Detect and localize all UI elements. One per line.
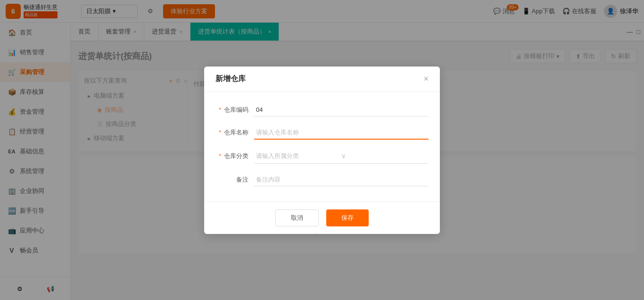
warehouse-category-select[interactable]: 请输入所属分类 ∨ — [254, 149, 429, 164]
warehouse-code-label: * 仓库编码 — [215, 106, 248, 114]
modal-close-button[interactable]: × — [423, 74, 429, 84]
warehouse-name-input[interactable] — [254, 126, 429, 140]
warehouse-code-row: * 仓库编码 — [215, 103, 429, 117]
warehouse-note-input[interactable] — [254, 173, 429, 186]
warehouse-category-label: * 仓库分类 — [215, 152, 248, 160]
save-button[interactable]: 保存 — [326, 209, 369, 226]
category-dropdown-icon: ∨ — [341, 152, 427, 159]
warehouse-category-row: * 仓库分类 请输入所属分类 ∨ — [215, 149, 429, 164]
add-warehouse-modal: 新增仓库 × * 仓库编码 * 仓库名称 * 仓库分 — [204, 67, 440, 234]
cancel-button[interactable]: 取消 — [275, 209, 319, 226]
warehouse-name-label: * 仓库名称 — [215, 128, 248, 137]
warehouse-note-row: 备注 — [215, 173, 429, 186]
warehouse-code-input[interactable] — [254, 103, 429, 117]
warehouse-name-row: * 仓库名称 — [215, 126, 429, 140]
modal-title: 新增仓库 — [215, 74, 246, 84]
warehouse-note-label: 备注 — [215, 175, 248, 184]
modal-overlay: 新增仓库 × * 仓库编码 * 仓库名称 * 仓库分 — [0, 0, 644, 300]
